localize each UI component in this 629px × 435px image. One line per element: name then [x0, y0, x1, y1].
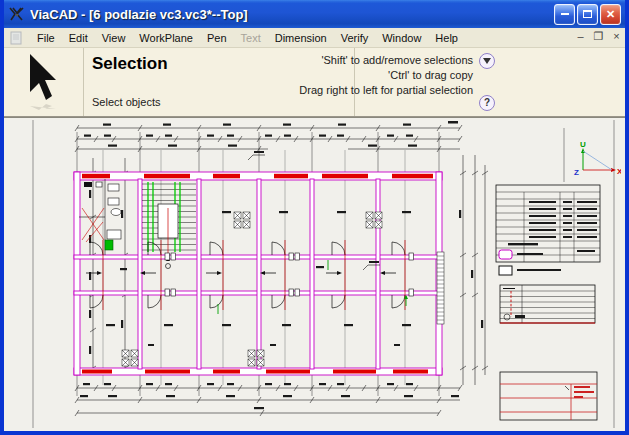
mdi-restore-button[interactable]: ❐ — [590, 30, 607, 45]
menu-workplane[interactable]: WorkPlane — [132, 30, 200, 46]
tool-info-panel: Selection Select objects 'Shift' to add/… — [4, 48, 625, 117]
bathroom — [79, 179, 121, 255]
corridor-arrows — [86, 271, 396, 275]
menu-dimension[interactable]: Dimension — [268, 30, 334, 46]
menu-bar: File Edit View WorkPlane Pen Text Dimens… — [4, 28, 625, 48]
tool-hints: 'Shift' to add/remove selections 'Ctrl' … — [173, 53, 473, 98]
menu-edit[interactable]: Edit — [62, 30, 95, 46]
mdi-close-button[interactable]: × — [608, 30, 625, 45]
bottom-dimensions — [75, 383, 462, 416]
menu-view[interactable]: View — [95, 30, 133, 46]
viacad-logo-icon — [9, 6, 25, 22]
tool-icon-box — [4, 48, 84, 116]
viacad-window: ViaCAD - [6 podlazie vc3.vc3*--Top] ✕ Fi… — [0, 0, 629, 435]
axis-x-label: X — [617, 167, 621, 176]
right-shaft — [437, 252, 444, 324]
minimize-icon — [561, 12, 569, 15]
drawing-canvas[interactable]: U X Z — [8, 120, 621, 428]
close-button[interactable]: ✕ — [600, 4, 621, 25]
document-icon[interactable] — [9, 31, 24, 45]
menu-file[interactable]: File — [30, 30, 62, 46]
drawing-viewport[interactable]: U X Z — [4, 117, 625, 431]
title-block — [500, 372, 597, 420]
menu-window[interactable]: Window — [375, 30, 428, 46]
tool-title: Selection — [92, 54, 168, 74]
collapse-panel-button[interactable] — [479, 53, 495, 69]
selection-arrow-icon — [4, 48, 84, 117]
window-title: ViaCAD - [6 podlazie vc3.vc3*--Top] — [30, 7, 552, 22]
minimize-button[interactable] — [554, 4, 575, 25]
sheet-border — [33, 120, 614, 428]
mdi-minimize-button[interactable]: – — [572, 30, 589, 45]
menu-text: Text — [234, 30, 268, 46]
menu-help[interactable]: Help — [428, 30, 465, 46]
axis-z-label: Z — [574, 168, 579, 177]
hint-drag: Drag right to left for partial selection — [173, 83, 473, 98]
maximize-icon — [583, 10, 592, 18]
chevron-down-icon — [483, 58, 491, 64]
maximize-button[interactable] — [577, 4, 598, 25]
detail-table — [500, 285, 595, 323]
help-button[interactable]: ? — [479, 95, 495, 111]
menu-verify[interactable]: Verify — [334, 30, 376, 46]
close-icon: ✕ — [606, 8, 615, 20]
title-bar[interactable]: ViaCAD - [6 podlazie vc3.vc3*--Top] ✕ — [4, 0, 625, 28]
axis-u-label: U — [580, 140, 586, 149]
doors — [90, 242, 405, 308]
menu-pen[interactable]: Pen — [200, 30, 234, 46]
hint-shift: 'Shift' to add/remove selections — [173, 53, 473, 68]
top-dimensions — [75, 121, 462, 152]
right-dimensions — [459, 155, 488, 385]
building-walls — [74, 172, 442, 375]
tool-subtitle: Select objects — [92, 96, 160, 108]
hint-ctrl: 'Ctrl' to drag copy — [173, 68, 473, 83]
